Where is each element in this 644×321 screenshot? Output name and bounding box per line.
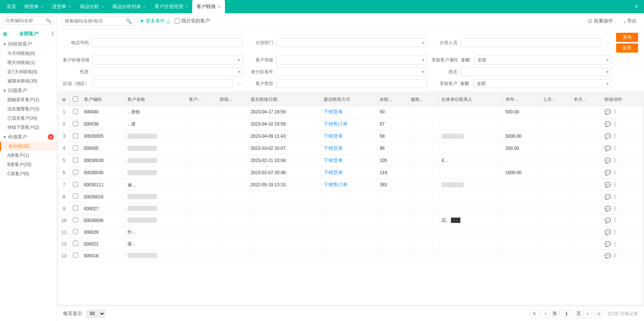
all-customers-item[interactable]: ⊞ 全部客户 《 [0,28,57,39]
region-dots-icon[interactable]: ··· [236,81,243,87]
tab-customer-segment[interactable]: 客户分层经营 × [150,0,192,13]
close-customer-contact-tab[interactable]: × [218,4,220,9]
search-box[interactable]: 🔍 [61,17,135,26]
sidebar-item-group-a[interactable]: A类客户(1) [0,151,57,160]
nature-select[interactable] [92,67,243,76]
home-tab[interactable]: 首页 [3,3,20,10]
this-year-cell: 500.00 [503,106,540,118]
more-conditions-btn[interactable]: ▼ 更多条件 △ [140,18,170,24]
close-product-analysis-list-tab[interactable]: × [143,4,145,9]
message-icon[interactable]: 💬 [605,121,611,127]
more-icon[interactable]: ⠿ [613,121,617,127]
sidebar-item-7days[interactable]: 近7天待联络(0) [0,67,57,77]
retail-attr-select[interactable]: 全部 [474,56,612,64]
payment-select[interactable] [276,67,427,76]
sidebar-search-container: 🔍 [0,13,57,28]
row-number: 10 [59,215,70,226]
more-icon[interactable]: ⠿ [613,133,617,139]
sidebar-item-group-b[interactable]: B类客户(33) [0,160,57,169]
more-icon[interactable]: ⠿ [613,241,617,247]
last-month-cell [540,179,571,191]
batch-op-button[interactable]: ☑ 批量操作 [585,16,616,26]
tab-purchase[interactable]: 进货单 × [47,0,75,13]
message-icon[interactable]: 💬 [605,170,611,176]
close-customer-segment-tab[interactable]: × [186,4,188,9]
phone-input[interactable] [92,38,243,47]
tab-product-analysis-list[interactable]: 商品分析列表 × [108,0,150,13]
next-page-button[interactable]: > [583,309,592,318]
export-button[interactable]: ↓ 导出 [620,16,640,26]
message-icon[interactable]: 💬 [605,182,611,188]
settings-col-header[interactable]: ⚙ [59,94,70,106]
tab-customer-contact[interactable]: 客户联络 × [192,0,225,13]
message-icon[interactable]: 💬 [605,158,611,163]
tab-product-analysis[interactable]: 商品分析 × [75,0,108,13]
sidebar-item-tomorrow[interactable]: 明天待联络(1) [0,58,57,67]
sidebar-item-churn-risk[interactable]: 流失预警客户(3) [0,105,57,114]
message-icon[interactable]: 💬 [605,145,611,151]
more-icon[interactable]: ⠿ [613,253,617,259]
sidebar-item-today[interactable]: 今天待联络(0) [0,49,57,58]
query-button[interactable]: 查询 [616,33,638,42]
this-year-cell [503,203,540,215]
customer-type-input[interactable] [276,79,427,88]
window-close-button[interactable]: × [632,3,641,10]
more-icon[interactable]: ⠿ [613,170,617,176]
message-icon[interactable]: 💬 [605,253,611,259]
message-icon[interactable]: 💬 [605,133,611,139]
sidebar-group-value-customers[interactable]: ▼ 价值客户 ↻ [0,132,57,142]
nature-select-wrap: ▼ [92,67,243,76]
last-month-cell [540,226,571,238]
more-icon[interactable]: ⠿ [613,182,617,188]
retail-select[interactable]: 全部 [474,79,612,88]
my-customers-checkbox[interactable] [175,18,180,24]
price-level-select[interactable] [92,56,243,64]
checkbox-col-header[interactable] [70,94,81,106]
page-number-input[interactable] [559,310,574,317]
sidebar-group-pending-contact[interactable]: ▼ 待联络客户 [0,39,57,49]
message-icon[interactable]: 💬 [605,218,611,223]
select-all-checkbox[interactable] [73,96,78,102]
sidebar-item-overdue[interactable]: 逾期未联络(30) [0,77,57,86]
tab-sales[interactable]: 销货单 × [20,0,47,13]
more-icon[interactable]: ⠿ [613,229,617,235]
sidebar-item-lost[interactable]: 已流失客户(24) [0,114,57,123]
prev-page-button[interactable]: < [541,309,550,318]
person-dots-icon[interactable]: ··· [604,40,612,46]
more-icon[interactable]: ⠿ [613,158,617,163]
more-icon[interactable]: ⠿ [613,206,617,212]
table-row: 9000027 💬⠿ [59,203,643,215]
customer-level-select[interactable] [276,56,427,64]
message-icon[interactable]: 💬 [605,241,611,247]
sidebar-collapse-icon[interactable]: 《 [49,31,54,37]
sidebar-item-unclassified[interactable]: 未分组(32) [0,142,57,151]
last-contact-date-cell [248,226,321,238]
price-level-label: 客户价格等级 [63,57,89,63]
dept-select[interactable] [276,38,427,47]
more-icon[interactable]: ⠿ [613,145,617,151]
sidebar-item-declining[interactable]: 持续下滑客户(2) [0,123,57,132]
close-sales-tab[interactable]: × [41,4,43,9]
more-icon[interactable]: ⠿ [613,218,617,223]
last-page-button[interactable]: >| [594,309,603,318]
last-contact-date-cell: 2023-04-17 19:59: [248,106,321,118]
reset-button[interactable]: 设置 [616,43,638,53]
close-product-analysis-tab[interactable]: × [101,4,103,9]
message-icon[interactable]: 💬 [605,206,611,212]
person-input[interactable] [460,38,601,47]
message-icon[interactable]: 💬 [605,194,611,200]
more-icon[interactable]: ⠿ [613,109,617,115]
my-customers-checkbox-wrap[interactable]: 我分管的客户 [175,18,210,24]
status-select[interactable] [460,67,612,76]
close-purchase-tab[interactable]: × [68,4,71,9]
region-input[interactable] [92,79,233,88]
sidebar-item-abnormal[interactable]: 固购异常客户(2) [0,95,57,105]
search-input[interactable] [65,18,124,24]
more-icon[interactable]: ⠿ [613,194,617,200]
sidebar-group-problem-customers[interactable]: ▼ 问题客户 [0,86,57,95]
message-icon[interactable]: 💬 [605,109,611,115]
page-size-select[interactable]: 50 20 100 [87,310,105,318]
first-page-button[interactable]: K [530,309,539,318]
sidebar-item-group-c[interactable]: C类客户(6) [0,169,57,179]
message-icon[interactable]: 💬 [605,229,611,235]
